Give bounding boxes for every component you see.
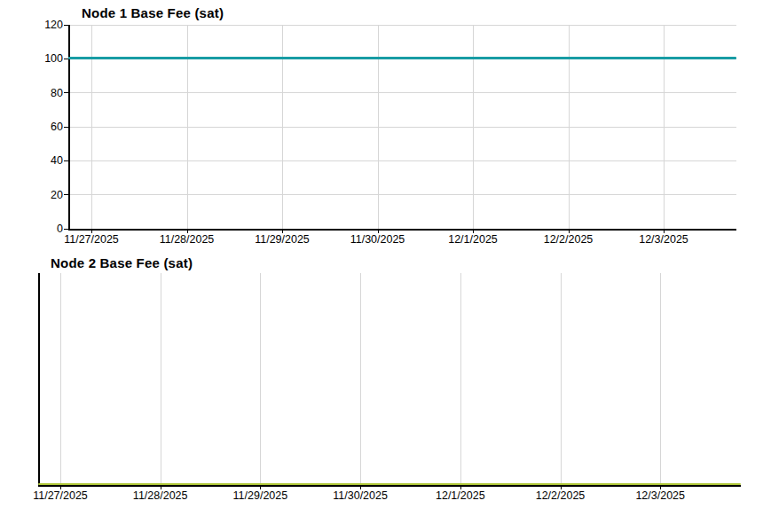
x-tick-label: 11/29/2025 (233, 489, 288, 502)
x-gridline (161, 273, 161, 485)
x-tick-label: 12/1/2025 (436, 489, 485, 502)
chart-title-node2: Node 2 Base Fee (sat) (51, 255, 193, 270)
series-line-node2 (38, 483, 741, 486)
x-tick-label: 12/3/2025 (635, 489, 685, 502)
x-tick-label: 11/30/2025 (333, 489, 388, 502)
chart-canvas: Node 1 Base Fee (sat) 11/27/202511/28/20… (0, 0, 763, 532)
x-tick-label: 12/2/2025 (536, 489, 586, 502)
x-tick-label: 11/28/2025 (133, 489, 188, 502)
x-gridline (60, 273, 61, 485)
x-gridline (460, 273, 461, 485)
x-gridline (660, 273, 661, 485)
y-axis (38, 273, 40, 487)
x-gridline (260, 273, 261, 485)
x-gridline (561, 273, 562, 485)
x-axis (38, 485, 741, 487)
x-tick-label: 11/27/2025 (33, 489, 88, 502)
x-gridline (360, 273, 361, 485)
chart-node2-base-fee: Node 2 Base Fee (sat) 11/27/202511/28/20… (0, 0, 763, 532)
